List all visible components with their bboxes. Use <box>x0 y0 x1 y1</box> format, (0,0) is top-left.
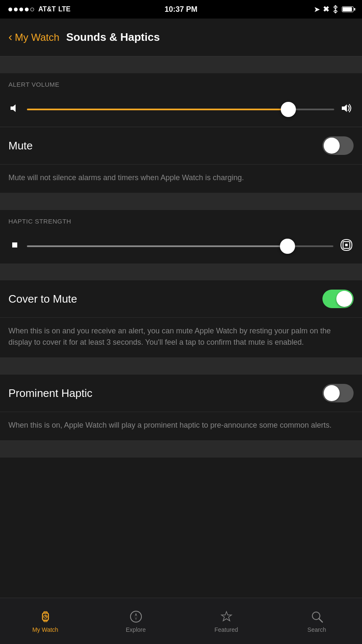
tab-featured[interactable]: Featured <box>181 598 272 644</box>
haptic-strength-section-header: HAPTIC STRENGTH <box>0 210 362 229</box>
tab-spacer <box>0 458 362 512</box>
volume-slider-row <box>0 92 362 127</box>
signal-dot-2 <box>14 8 18 11</box>
svg-marker-0 <box>11 104 16 112</box>
tab-featured-label: Featured <box>214 626 238 633</box>
haptic-slider-track <box>27 245 333 247</box>
cover-to-mute-row: Cover to Mute <box>0 280 362 318</box>
mute-label: Mute <box>8 139 33 152</box>
volume-slider-container[interactable] <box>27 99 334 120</box>
haptic-low-icon <box>8 241 21 252</box>
cover-to-mute-toggle-knob <box>336 291 352 307</box>
star-icon <box>219 609 234 624</box>
haptic-slider-container[interactable] <box>27 236 333 257</box>
page-title: Sounds & Haptics <box>66 31 160 44</box>
prominent-haptic-row: Prominent Haptic <box>0 375 362 412</box>
alert-volume-section-header: ALERT VOLUME <box>0 73 362 92</box>
haptic-slider-thumb[interactable] <box>280 239 295 254</box>
status-time: 10:37 PM <box>165 5 197 14</box>
signal-dot-4 <box>25 8 29 11</box>
haptic-slider-row <box>0 229 362 263</box>
back-chevron-icon: ‹ <box>8 30 12 44</box>
svg-rect-2 <box>12 242 17 247</box>
prominent-haptic-info-text: When this is on, Apple Watch will play a… <box>0 412 362 441</box>
compass-icon <box>129 609 143 624</box>
haptic-slider-fill <box>27 245 287 247</box>
section-divider-1 <box>0 56 362 73</box>
cover-to-mute-info-text: When this is on and you receive an alert… <box>0 318 362 358</box>
tab-search[interactable]: Search <box>272 598 362 644</box>
bluetooth-icon: ✖ <box>323 5 329 14</box>
section-divider-5 <box>0 441 362 458</box>
status-right: ➤ ✖ <box>314 5 354 14</box>
content-area: ALERT VOLUME Mute Mute will <box>0 56 362 512</box>
svg-line-16 <box>319 619 322 622</box>
status-bar: AT&T LTE 10:37 PM ➤ ✖ <box>0 0 362 19</box>
cover-to-mute-toggle[interactable] <box>322 290 354 308</box>
status-left: AT&T LTE <box>8 5 71 13</box>
svg-rect-4 <box>345 244 348 246</box>
battery-icon <box>342 6 354 12</box>
prominent-haptic-label: Prominent Haptic <box>8 387 92 400</box>
watch-icon <box>38 609 53 624</box>
section-divider-3 <box>0 263 362 280</box>
tab-search-label: Search <box>307 626 326 633</box>
search-icon <box>310 609 324 624</box>
section-divider-2 <box>0 193 362 210</box>
haptic-high-icon <box>339 238 354 255</box>
back-label: My Watch <box>15 32 59 43</box>
tab-my-watch[interactable]: My Watch <box>0 598 90 644</box>
signal-dot-5 <box>30 8 34 11</box>
tab-explore-label: Explore <box>126 626 146 633</box>
signal-dot-1 <box>8 8 12 11</box>
bluetooth-icon-svg <box>333 5 338 13</box>
section-divider-4 <box>0 358 362 375</box>
location-icon: ➤ <box>314 5 319 13</box>
nav-header: ‹ My Watch Sounds & Haptics <box>0 19 362 56</box>
carrier-label: AT&T <box>38 5 56 13</box>
mute-row: Mute <box>0 127 362 165</box>
mute-toggle[interactable] <box>322 136 354 155</box>
prominent-haptic-toggle-knob <box>324 385 340 401</box>
mute-toggle-knob <box>324 138 340 154</box>
volume-high-icon <box>340 102 354 117</box>
signal-dots <box>8 8 34 11</box>
volume-slider-track <box>27 109 334 110</box>
network-label: LTE <box>58 5 70 13</box>
signal-dot-3 <box>19 8 23 11</box>
tab-bar: My Watch Explore Featured Search <box>0 598 362 644</box>
back-button[interactable]: ‹ My Watch <box>8 31 59 44</box>
battery-fill <box>343 7 352 11</box>
cover-to-mute-label: Cover to Mute <box>8 293 77 306</box>
svg-point-11 <box>130 611 141 622</box>
volume-slider-fill <box>27 109 288 110</box>
tab-my-watch-label: My Watch <box>32 626 59 633</box>
svg-marker-12 <box>135 613 137 617</box>
tab-explore[interactable]: Explore <box>90 598 181 644</box>
volume-low-icon <box>8 102 21 117</box>
svg-marker-14 <box>221 612 232 621</box>
prominent-haptic-toggle[interactable] <box>322 384 354 402</box>
svg-marker-1 <box>342 104 347 112</box>
svg-marker-13 <box>135 617 137 620</box>
volume-slider-thumb[interactable] <box>281 102 296 117</box>
mute-info-text: Mute will not silence alarms and timers … <box>0 165 362 193</box>
